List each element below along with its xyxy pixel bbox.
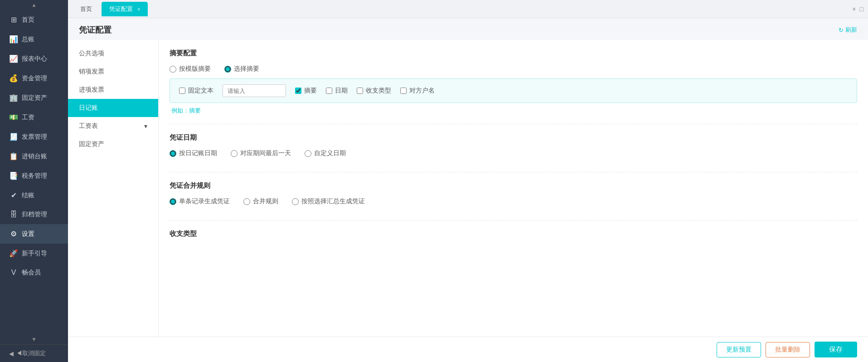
nav-icon-新手引导: 🚀 <box>9 249 18 258</box>
batch-delete-button[interactable]: 批量删除 <box>766 342 810 357</box>
left-nav-label-销项发票: 销项发票 <box>79 68 104 76</box>
sidebar-item-设置[interactable]: ⚙ 设置 <box>0 224 68 244</box>
checkbox-date-label: 日期 <box>335 87 348 95</box>
nav-label-归档管理: 归档管理 <box>22 210 47 219</box>
radio-custom-date[interactable]: 自定义日期 <box>305 149 346 157</box>
minimize-icon[interactable]: × <box>852 5 856 13</box>
sidebar-item-总账[interactable]: 📊 总账 <box>0 29 68 49</box>
nav-icon-资金管理: 💰 <box>9 74 18 83</box>
radio-single-record-input[interactable] <box>170 198 176 205</box>
radio-aggregate-input[interactable] <box>292 198 299 205</box>
tab-首页[interactable]: 首页 <box>73 2 100 16</box>
update-preview-button[interactable]: 更新预置 <box>717 342 761 357</box>
nav-icon-首页: ⊞ <box>9 15 18 24</box>
radio-journal-date[interactable]: 按日记账日期 <box>170 149 217 157</box>
radio-last-day[interactable]: 对应期间最后一天 <box>231 149 291 157</box>
tab-label-首页: 首页 <box>80 5 92 13</box>
sidebar-item-新手引导[interactable]: 🚀 新手引导 <box>0 244 68 263</box>
radio-custom-date-input[interactable] <box>305 150 311 157</box>
tab-凭证配置[interactable]: 凭证配置× <box>102 2 148 16</box>
sidebar-item-归档管理[interactable]: 🗄 归档管理 <box>0 205 68 224</box>
radio-merge-rule[interactable]: 合并规则 <box>243 197 278 205</box>
radio-last-day-label: 对应期间最后一天 <box>240 149 291 157</box>
section-voucher-date: 凭证日期 按日记账日期 对应期间最后一天 自定义日期 <box>170 124 857 172</box>
nav-icon-结账: ✔ <box>9 191 18 200</box>
sidebar-item-进销台账[interactable]: 📋 进销台账 <box>0 147 68 166</box>
nav-label-发票管理: 发票管理 <box>22 133 47 141</box>
checkbox-payment-type-input[interactable] <box>357 88 363 94</box>
nav-label-设置: 设置 <box>22 230 34 238</box>
radio-template-label: 按模版摘要 <box>179 65 211 73</box>
left-nav-工资表[interactable]: 工资表▾ <box>68 117 158 135</box>
nav-icon-进销台账: 📋 <box>9 152 18 161</box>
sidebar-item-固定资产[interactable]: 🏢 固定资产 <box>0 88 68 108</box>
sidebar: ▲ ⊞ 首页📊 总账📈 报表中心💰 资金管理🏢 固定资产💵 工资🧾 发票管理📋 … <box>0 0 68 362</box>
save-button[interactable]: 保存 <box>815 342 857 357</box>
radio-single-record[interactable]: 单条记录生成凭证 <box>170 197 230 205</box>
left-nav-进项发票[interactable]: 进项发票 <box>68 81 158 99</box>
radio-last-day-input[interactable] <box>231 150 238 157</box>
sidebar-item-税务管理[interactable]: 📑 税务管理 <box>0 166 68 186</box>
sidebar-footer[interactable]: ◀ ◀取消固定 <box>0 344 68 362</box>
checkbox-fixed-text[interactable]: 固定文本 <box>179 87 213 95</box>
nav-icon-固定资产: 🏢 <box>9 93 18 102</box>
left-nav-label-固定资产: 固定资产 <box>79 140 104 148</box>
tab-label-凭证配置: 凭证配置 <box>109 5 133 13</box>
main: 首页凭证配置× × □ 凭证配置 ↻ 刷新 公共选项销项发票进项发票日记账工资表… <box>68 0 868 362</box>
sidebar-scroll-down[interactable]: ▼ <box>0 334 68 344</box>
checkbox-summary[interactable]: 摘要 <box>295 87 317 95</box>
nav-label-新手引导: 新手引导 <box>22 249 47 258</box>
sidebar-item-资金管理[interactable]: 💰 资金管理 <box>0 68 68 88</box>
tab-close-icon-凭证配置[interactable]: × <box>137 6 140 12</box>
radio-merge-rule-label: 合并规则 <box>253 197 278 205</box>
sidebar-scroll-up[interactable]: ▲ <box>0 0 68 10</box>
refresh-label: 刷新 <box>845 26 857 34</box>
content-area: 凭证配置 ↻ 刷新 公共选项销项发票进项发票日记账工资表▾固定资产 摘要配置 <box>68 18 868 362</box>
left-nav-固定资产[interactable]: 固定资产 <box>68 135 158 153</box>
inner-layout: 公共选项销项发票进项发票日记账工资表▾固定资产 摘要配置 按模版摘要 选择摘要 <box>68 40 868 337</box>
summary-radio-group: 按模版摘要 选择摘要 <box>170 65 857 73</box>
radio-template-input[interactable] <box>170 66 176 73</box>
checkbox-fixed-text-label: 固定文本 <box>188 87 213 95</box>
maximize-icon[interactable]: □ <box>860 5 863 13</box>
checkbox-payment-type[interactable]: 收支类型 <box>357 87 391 95</box>
sidebar-item-发票管理[interactable]: 🧾 发票管理 <box>0 127 68 147</box>
sidebar-item-结账[interactable]: ✔ 结账 <box>0 186 68 205</box>
radio-aggregate-label: 按照选择汇总生成凭证 <box>301 197 365 205</box>
fixed-text-input[interactable] <box>223 84 286 97</box>
checkbox-counterpart-name-input[interactable] <box>400 88 407 94</box>
radio-aggregate[interactable]: 按照选择汇总生成凭证 <box>292 197 365 205</box>
nav-label-首页: 首页 <box>22 16 34 24</box>
sidebar-item-工资[interactable]: 💵 工资 <box>0 108 68 127</box>
radio-journal-date-input[interactable] <box>170 150 176 157</box>
nav-label-资金管理: 资金管理 <box>22 74 47 83</box>
sidebar-item-首页[interactable]: ⊞ 首页 <box>0 10 68 29</box>
radio-select[interactable]: 选择摘要 <box>224 65 259 73</box>
checkbox-counterpart-name[interactable]: 对方户名 <box>400 87 435 95</box>
section-merge-rule: 凭证合并规则 单条记录生成凭证 合并规则 按照选择汇总生成凭证 <box>170 172 857 220</box>
left-nav-日记账[interactable]: 日记账 <box>68 99 158 117</box>
merge-rule-radio-group: 单条记录生成凭证 合并规则 按照选择汇总生成凭证 <box>170 197 857 205</box>
sidebar-item-畅会员[interactable]: V 畅会员 <box>0 263 68 282</box>
nav-icon-工资: 💵 <box>9 113 18 122</box>
example-text: 例如：摘要 <box>170 107 857 115</box>
radio-custom-date-label: 自定义日期 <box>314 149 346 157</box>
left-nav-label-公共选项: 公共选项 <box>79 49 104 58</box>
nav-label-总账: 总账 <box>22 35 34 44</box>
sidebar-item-报表中心[interactable]: 📈 报表中心 <box>0 49 68 68</box>
radio-template[interactable]: 按模版摘要 <box>170 65 211 73</box>
radio-select-input[interactable] <box>224 66 231 73</box>
nav-icon-畅会员: V <box>9 269 18 277</box>
checkbox-date[interactable]: 日期 <box>326 87 348 95</box>
radio-select-label: 选择摘要 <box>234 65 259 73</box>
radio-merge-rule-input[interactable] <box>243 198 250 205</box>
checkbox-date-input[interactable] <box>326 88 332 94</box>
nav-icon-归档管理: 🗄 <box>9 210 18 219</box>
window-controls: × □ <box>852 5 863 13</box>
left-nav-公共选项[interactable]: 公共选项 <box>68 44 158 63</box>
checkbox-counterpart-name-label: 对方户名 <box>409 87 435 95</box>
checkbox-summary-input[interactable] <box>295 88 301 94</box>
refresh-button[interactable]: ↻ 刷新 <box>839 26 857 34</box>
left-nav-销项发票[interactable]: 销项发票 <box>68 63 158 81</box>
checkbox-fixed-text-input[interactable] <box>179 88 185 94</box>
